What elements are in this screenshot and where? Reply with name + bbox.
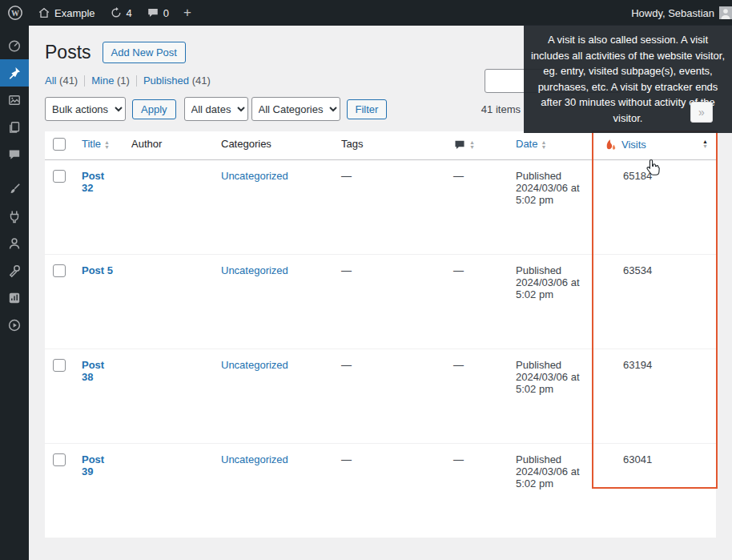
sidebar-item-comments[interactable] — [0, 141, 29, 168]
updates-menu[interactable]: 4 — [103, 0, 139, 26]
pages-icon — [7, 120, 22, 135]
filter-button[interactable]: Filter — [347, 99, 388, 119]
media-icon — [7, 93, 22, 107]
category-link[interactable]: Uncategorized — [221, 453, 288, 465]
tags-cell: — — [333, 349, 445, 444]
comments-cell: — — [445, 255, 508, 349]
table-row: Post 38 Uncategorized — — Published 2024… — [45, 349, 716, 444]
page-title: Posts — [45, 42, 91, 63]
select-all-checkbox[interactable] — [53, 138, 66, 151]
visits-cell: 63041 — [596, 444, 716, 538]
sidebar-item-tools[interactable] — [0, 257, 29, 284]
tags-cell: — — [333, 255, 445, 349]
bulk-actions-select[interactable]: Bulk actions — [45, 97, 126, 121]
sidebar-item-settings[interactable] — [0, 284, 29, 312]
plus-icon: + — [183, 0, 191, 26]
updates-icon — [110, 6, 123, 19]
settings-icon — [7, 291, 22, 305]
new-content-menu[interactable]: + — [176, 0, 199, 26]
post-title-link[interactable]: Post 39 — [82, 453, 109, 477]
avatar[interactable] — [719, 6, 732, 19]
sidebar-item-dashboard[interactable] — [0, 32, 29, 59]
view-all-count: (41) — [59, 75, 78, 87]
comments-count: 0 — [163, 7, 169, 19]
sidebar-item-plugins[interactable] — [0, 203, 29, 230]
category-link[interactable]: Uncategorized — [221, 170, 288, 182]
category-link[interactable]: Uncategorized — [221, 264, 288, 276]
posts-table: Title▲▼ Author Categories Tags ▲▼ Date▲▼ — [45, 131, 716, 538]
view-mine: Mine (1) — [85, 75, 137, 87]
comments-cell: — — [445, 444, 508, 538]
column-header-categories: Categories — [213, 131, 333, 160]
sidebar-item-etracker[interactable] — [0, 312, 29, 339]
sidebar-item-appearance[interactable] — [0, 175, 29, 203]
visits-cell: 63194 — [596, 349, 716, 444]
pagination-last-button[interactable]: » — [690, 102, 713, 123]
admin-bar: W Example 4 0 + Howdy, Sebastian — [0, 0, 732, 26]
author-cell — [123, 160, 213, 255]
posts-table-wrap: Title▲▼ Author Categories Tags ▲▼ Date▲▼ — [45, 131, 716, 538]
column-header-date[interactable]: Date▲▼ — [508, 131, 596, 160]
post-title-link[interactable]: Post 32 — [82, 170, 104, 194]
comments-cell: — — [445, 349, 508, 444]
category-link[interactable]: Uncategorized — [221, 359, 288, 371]
row-checkbox[interactable] — [53, 170, 66, 183]
dates-filter-select[interactable]: All dates — [184, 97, 248, 121]
wrench-icon — [7, 264, 22, 278]
comments-menu[interactable]: 0 — [139, 0, 176, 26]
svg-text:W: W — [11, 9, 19, 18]
pushpin-icon — [7, 66, 22, 80]
post-title-link[interactable]: Post 5 — [82, 264, 113, 276]
wordpress-logo-icon[interactable]: W — [0, 0, 30, 26]
sidebar-item-media[interactable] — [0, 87, 29, 114]
sort-arrows-icon: ▲▼ — [104, 140, 110, 150]
date-cell: Published 2024/03/06 at 5:02 pm — [508, 160, 596, 255]
row-checkbox[interactable] — [53, 453, 66, 466]
updates-count: 4 — [127, 7, 132, 19]
column-header-visits[interactable]: Visits ▲▼ — [596, 131, 716, 160]
date-cell: Published 2024/03/06 at 5:02 pm — [508, 444, 596, 538]
home-icon — [38, 6, 50, 19]
row-checkbox[interactable] — [53, 359, 66, 372]
sort-arrows-icon: ▲▼ — [469, 140, 475, 150]
column-header-tags: Tags — [333, 131, 445, 160]
view-all: All (41) — [45, 75, 85, 87]
row-checkbox[interactable] — [53, 264, 66, 277]
sort-arrows-icon: ▲▼ — [702, 139, 708, 149]
comments-bubble-icon — [147, 6, 159, 19]
site-name-menu[interactable]: Example — [30, 0, 103, 26]
visits-cell: 63534 — [596, 255, 716, 349]
paintbrush-icon — [7, 182, 22, 196]
sidebar-item-posts[interactable] — [0, 59, 29, 87]
column-header-author: Author — [123, 131, 213, 160]
view-published-link[interactable]: Published — [143, 75, 189, 87]
categories-filter-select[interactable]: All Categories — [251, 97, 340, 121]
comments-icon — [7, 147, 22, 162]
post-title-link[interactable]: Post 38 — [82, 359, 109, 383]
author-cell — [123, 444, 213, 538]
plugin-icon — [7, 209, 22, 224]
view-published: Published (41) — [137, 75, 217, 87]
column-header-title[interactable]: Title▲▼ — [74, 131, 123, 160]
sidebar-item-users[interactable] — [0, 230, 29, 257]
visits-cell: 65184 — [596, 160, 716, 255]
table-row: Post 39 Uncategorized — — Published 2024… — [45, 444, 716, 538]
comments-cell: — — [445, 160, 508, 255]
view-all-link[interactable]: All — [45, 75, 56, 87]
howdy-text[interactable]: Howdy, Sebastian — [631, 7, 714, 19]
sidebar-item-pages[interactable] — [0, 114, 29, 141]
table-row: Post 5 Uncategorized — — Published 2024/… — [45, 255, 716, 349]
user-icon — [7, 236, 22, 251]
author-cell — [123, 255, 213, 349]
dashboard-icon — [7, 38, 22, 53]
comment-bubble-icon — [453, 139, 466, 151]
add-new-post-button[interactable]: Add New Post — [103, 42, 186, 63]
table-row: Post 32 Uncategorized — — Published 2024… — [45, 160, 716, 255]
table-header-row: Title▲▼ Author Categories Tags ▲▼ Date▲▼ — [45, 131, 716, 160]
column-header-comments[interactable]: ▲▼ — [445, 131, 508, 160]
view-mine-count: (1) — [117, 75, 130, 87]
apply-button[interactable]: Apply — [132, 99, 176, 119]
view-mine-link[interactable]: Mine — [91, 75, 114, 87]
tags-cell: — — [333, 160, 445, 255]
tags-cell: — — [333, 444, 445, 538]
